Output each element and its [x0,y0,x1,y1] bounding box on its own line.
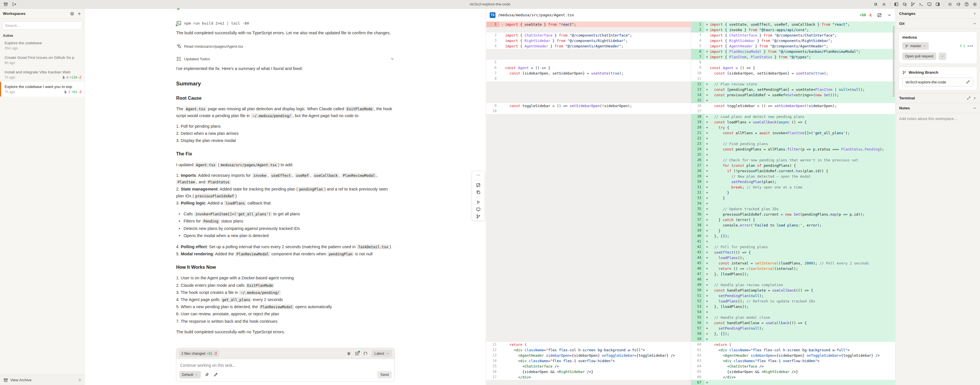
message-input[interactable] [176,359,395,369]
latest-dropdown[interactable]: Latest [371,350,392,357]
chevron-down-icon [941,55,944,58]
diff-filler-row [486,228,691,233]
working-branch-label: Working Branch [908,70,938,75]
diff-row: 43+ useEffect(() => { [691,250,896,255]
inline-code: ~/.medusa/pending/ [239,290,281,295]
diff-row: 59+ [691,336,896,342]
gear-icon[interactable] [972,2,977,6]
diff-row: 17 </div> [486,374,691,380]
diff-file-header[interactable]: TS /medusa/medusa/src/pages/Agent.tsx +5… [486,9,895,22]
open-pull-request-button[interactable]: Open pull request [902,52,936,60]
diff-row: 14+ const previousPlanIdsRef = useRef<Se… [691,92,896,98]
workspace-item[interactable]: Install and integrate Vibe Kanban Web 7h… [0,67,84,82]
files-changed-chip[interactable]: 2 files changed +61 -3 [179,350,220,357]
new-workspace-button[interactable] [77,11,81,16]
divider [474,197,482,197]
working-branch-field[interactable]: vk/3ccf-explore-the-code [902,77,974,86]
send-button[interactable]: Send [377,371,391,379]
diff-row: 11 [691,76,896,81]
floating-toolbar [472,171,485,221]
diff-row: 33+ } [691,196,896,201]
diff-row: 6+import { PlanReviewModal } from "@/com… [691,49,896,54]
terminal-prompt-icon[interactable] [919,2,923,6]
diff-row: 66 </div> [691,374,896,380]
diff-row: 7+import { PlanItem, PlanStatus } from "… [691,54,896,60]
panel-left-icon[interactable] [894,2,899,6]
diff-row: 23+ // Find pending plans [691,141,896,146]
list-item: 1. Imports: Added necessary imports for … [176,172,395,185]
help-icon[interactable] [964,2,969,6]
diff-filler-row [486,223,691,228]
diff-old-pane: 1-import { useState } from "react";2impo… [486,22,691,385]
changes-section-header[interactable]: Changes [896,9,980,19]
megaphone-icon[interactable] [956,2,961,6]
chevrons-up-icon[interactable] [882,2,886,6]
branch-icon[interactable] [476,214,480,219]
chat-scroll-area[interactable]: npm run build 2>&1 | tail -80 The build … [85,9,486,342]
diff-row: 3import { ChatInterface } from "@/compon… [691,33,896,38]
workspace-time: 7h ago [5,75,15,80]
expand-icon[interactable] [967,96,970,100]
list-item: 1. Poll for pending plans [176,123,395,130]
pr-options-button[interactable] [939,52,946,60]
pause-bars-icon[interactable] [873,2,878,6]
diff-row: 15+ [691,98,896,103]
menu-icon[interactable] [948,2,952,6]
diff-filler-row [486,146,691,152]
send-label: Send [380,373,388,377]
repo-name: medusa [902,35,974,40]
pencil-icon[interactable] [966,80,970,84]
workspace-item[interactable]: Create Good First Issues on Github So p … [0,53,84,67]
workspace-item[interactable]: Explore the codebase I want you to exp 7… [0,82,84,97]
diff-row: 36+ previousPlanIdsRef.current = new Set… [691,212,896,217]
diff-row: 25+ [691,152,896,158]
collapse-left-icon[interactable] [12,2,17,6]
diff-row: 16 {sidebarOpen && <RightSidebar />} [486,369,691,374]
notes-section-header[interactable]: Notes [896,103,980,113]
chevron-right-icon [973,96,977,100]
copy-icon[interactable] [476,190,480,194]
diff-filler-row [486,239,691,244]
pen-icon[interactable] [213,372,218,377]
panel-right-icon[interactable] [935,2,940,6]
git-section-header[interactable]: Git [896,19,980,29]
attach-icon[interactable] [205,372,209,377]
model-dropdown[interactable]: Default [179,371,201,379]
branch-icon[interactable] [911,2,915,6]
diff-row: 14 <div className="flex flex-1 overflow-… [486,358,691,364]
monitor-icon[interactable] [927,2,932,6]
diff-row: 61 <div className="flex flex-col h-scree… [691,347,896,353]
diff-row: 10 const [sidebarOpen, setSidebarOpen] =… [691,70,896,76]
workspace-time: 6h ago [5,61,15,65]
tool-call-row[interactable]: Updated Todos [176,56,395,61]
diff-row: 34+ [691,201,896,206]
search-input[interactable] [2,21,82,30]
play-icon[interactable] [476,200,480,205]
spark-icon[interactable] [347,351,351,356]
diff-row: 12+ // Plan review state [691,81,896,87]
ellipsis-icon[interactable] [476,173,480,177]
terminal-section-header[interactable]: Terminal [896,93,980,103]
workspace-layers-icon[interactable] [70,11,74,16]
archive-count: 0 [79,378,81,382]
diff-view-icon[interactable] [877,13,882,18]
branch-dropdown[interactable]: master [902,42,929,50]
assistant-text: I updated Agent.tsx (medusa/src/pages/Ag… [176,162,395,168]
notes-input[interactable]: Add notes about this workspace... [896,113,980,124]
collapse-file-icon[interactable] [887,13,892,18]
repo-menu-button[interactable]: ••• [967,44,974,48]
diff-view-icon[interactable] [476,183,480,187]
tool-call-row[interactable]: npm run build 2>&1 | tail -80 [176,21,395,26]
diff-scrollbar[interactable] [893,26,894,97]
monitor-icon[interactable] [476,207,480,212]
chevron-down-icon[interactable] [390,57,395,61]
diff-row: 53+ }, [loadPlans]); [691,304,896,309]
workspace-item[interactable]: Explore the codebase 35m ago [0,38,84,53]
archive-icon[interactable] [3,2,8,6]
view-archive-button[interactable]: View Archive 0 [0,375,84,385]
chat-icon[interactable] [902,2,907,6]
tool-call-row[interactable]: Read medusa/src/pages/Agent.tsx [176,44,395,49]
inline-code: useRef [294,173,310,178]
todos-status-icon[interactable] [355,351,360,356]
branch-icon [902,70,906,75]
